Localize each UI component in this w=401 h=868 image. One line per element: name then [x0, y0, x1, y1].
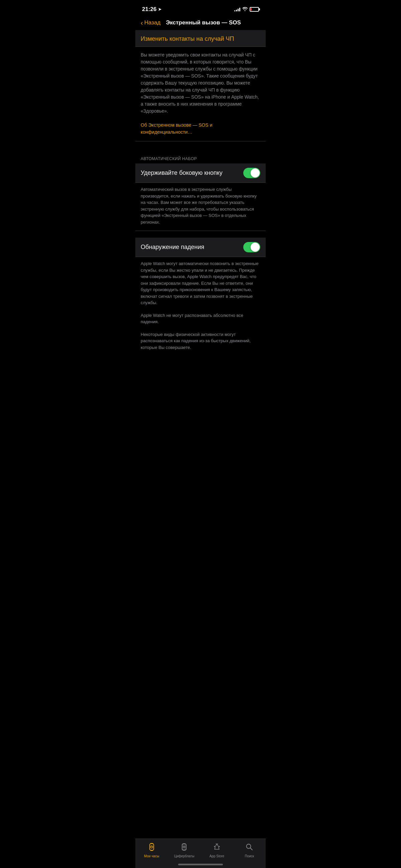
auto-dial-section-header: АВТОМАТИЧЕСКИЙ НАБОР: [135, 153, 266, 163]
side-button-toggle[interactable]: [243, 168, 260, 178]
content-area: Изменить контакты на случай ЧП Вы можете…: [135, 30, 266, 386]
side-button-description: Автоматический вызов в экстренные службы…: [135, 183, 266, 231]
status-time: 21:26 ➤: [142, 6, 161, 13]
back-chevron-icon: ‹: [141, 20, 143, 26]
side-button-label: Удерживайте боковую кнопку: [141, 169, 222, 177]
toggle-knob: [251, 168, 260, 178]
spacer-1: [135, 142, 266, 153]
side-button-row: Удерживайте боковую кнопку: [135, 163, 266, 183]
status-icons: [234, 7, 259, 12]
signal-icon: [234, 7, 240, 11]
fall-detection-toggle[interactable]: [243, 242, 260, 252]
description-text: Вы можете уведомить свои контакты на слу…: [141, 52, 260, 136]
fall-detection-label: Обнаружение падения: [141, 244, 204, 251]
fall-detection-description: Apple Watch могут автоматически позвонит…: [135, 257, 266, 356]
emergency-contacts-section: Изменить контакты на случай ЧП: [135, 30, 266, 47]
fall-detection-desc-1: Apple Watch могут автоматически позвонит…: [141, 260, 260, 306]
fall-detection-desc-2: Apple Watch не могут распознавать абсолю…: [141, 312, 260, 325]
description-block: Вы можете уведомить свои контакты на слу…: [135, 47, 266, 142]
back-button[interactable]: ‹ Назад: [141, 20, 160, 26]
spacer-2: [135, 231, 266, 238]
toggle-knob-2: [251, 243, 260, 252]
wifi-icon: [242, 7, 248, 12]
nav-bar: ‹ Назад Экстренный вызов — SOS: [135, 17, 266, 30]
page-title: Экстренный вызов — SOS: [166, 20, 241, 26]
battery-icon: [250, 7, 259, 12]
auto-dial-header-text: АВТОМАТИЧЕСКИЙ НАБОР: [141, 156, 197, 161]
emergency-contacts-link[interactable]: Изменить контакты на случай ЧП: [141, 35, 260, 42]
fall-detection-desc-3: Некоторые виды физической активности мог…: [141, 331, 260, 351]
status-bar: 21:26 ➤: [135, 0, 266, 17]
location-icon: ➤: [158, 7, 161, 12]
privacy-link[interactable]: Об Экстренном вызове — SOS и конфиденциа…: [141, 122, 213, 135]
side-button-description-text: Автоматический вызов в экстренные службы…: [141, 186, 260, 225]
back-label: Назад: [144, 20, 161, 26]
fall-detection-row: Обнаружение падения: [135, 238, 266, 257]
